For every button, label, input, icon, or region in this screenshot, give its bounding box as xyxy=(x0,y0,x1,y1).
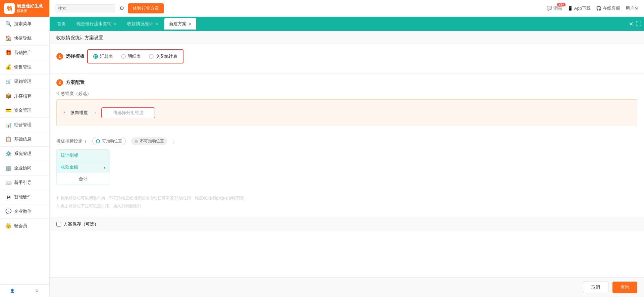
sidebar-item-enterprise[interactable]: 🏢 企业协同 xyxy=(0,161,49,176)
user-info[interactable]: 用户名 xyxy=(626,5,639,11)
non-draggable-dot xyxy=(135,140,138,143)
sidebar-item-sales[interactable]: 💰 销售管理 xyxy=(0,60,49,75)
sidebar-item-hardware[interactable]: 🖥 智能硬件 xyxy=(0,190,49,204)
sidebar-item-search[interactable]: 🔍 搜索菜单 xyxy=(0,17,49,31)
step1-section: 1 选择模板 汇总表 明细表 交叉统计 xyxy=(50,44,644,73)
save-row: 方案保存（可选） xyxy=(50,217,644,231)
step2-num: 2 xyxy=(56,79,63,86)
sidebar-icon-inventory: 📦 xyxy=(5,93,11,99)
sidebar-item-basic-info[interactable]: 📋 基础信息 xyxy=(0,132,49,147)
tab-close-all-icon[interactable]: ✕ xyxy=(629,21,633,27)
stats-label-row: 统计指标 xyxy=(57,150,110,161)
app-version: 标准版 xyxy=(17,9,43,13)
sidebar-label-capital: 资金管理 xyxy=(14,107,32,113)
step2-title: 方案配置 xyxy=(66,80,85,86)
sidebar-item-guide[interactable]: 📖 新手引导 xyxy=(0,176,49,190)
sidebar-icon-weixin: 💬 xyxy=(5,208,11,214)
radio-summary-circle xyxy=(93,54,98,59)
sidebar-footer-item-1[interactable]: 👤 xyxy=(0,287,25,294)
search-input[interactable] xyxy=(55,4,115,12)
tab-new-plan[interactable]: 新建方案✕ xyxy=(164,18,196,30)
radio-cross[interactable]: 交叉统计表 xyxy=(149,53,177,59)
tab-bank[interactable]: 现金银行流水查询✕ xyxy=(72,18,121,30)
top-header: ⚙ 体验行业方案 💬 消息 99+ 📱 App下载 🎧 在线客服 用户名 xyxy=(50,0,644,17)
tab-maximize-icon[interactable]: ⛶ xyxy=(636,21,641,27)
notification-badge: 99+ xyxy=(557,3,566,6)
draggable-label: 可拖动位置 xyxy=(102,138,122,144)
dim-select-button[interactable]: 请选择分组维度 xyxy=(101,107,155,118)
sidebar-item-inventory[interactable]: 📦 库存核算 xyxy=(0,89,49,103)
indicator-section: 模板指标设定（ 可拖动位置 不可拖动位置 ） 统计指标 收款金额 xyxy=(50,137,644,191)
sidebar-label-inventory: 库存核算 xyxy=(14,93,32,99)
col-header-row[interactable]: 收款金额 xyxy=(57,161,110,173)
user-name: 用户名 xyxy=(626,5,639,11)
sidebar-label-purchase: 采购管理 xyxy=(14,79,32,85)
radio-cross-label: 交叉统计表 xyxy=(156,53,177,59)
sidebar: 畅 畅捷通好生意 标准版 🔍 搜索菜单🏠 快捷导航🎁 营销推广💰 销售管理🛒 采… xyxy=(0,0,50,297)
sidebar-label-marketing: 营销推广 xyxy=(14,50,32,56)
app-logo: 畅 畅捷通好生意 标准版 xyxy=(0,0,49,17)
template-select-row: 汇总表 明细表 交叉统计表 xyxy=(87,49,183,63)
logo-icon: 畅 xyxy=(4,3,15,14)
tab-close-bank[interactable]: ✕ xyxy=(113,22,116,26)
sidebar-item-capital[interactable]: 💳 资金管理 xyxy=(0,103,49,118)
sidebar-label-sales: 销售管理 xyxy=(14,64,32,70)
sidebar-label-weixin: 企业微信 xyxy=(14,208,32,214)
tab-collection[interactable]: 收款情况统计✕ xyxy=(122,18,163,30)
sidebar-label-search: 搜索菜单 xyxy=(14,21,32,27)
sidebar-icon-hardware: 🖥 xyxy=(5,194,11,200)
notification-button[interactable]: 💬 消息 99+ xyxy=(547,5,562,11)
indicator-header: 模板指标设定（ 可拖动位置 不可拖动位置 ） xyxy=(56,137,637,145)
radio-detail[interactable]: 明细表 xyxy=(121,53,141,59)
col-chevron-icon xyxy=(104,165,106,170)
col-sub-cell: 合计 xyxy=(57,173,110,185)
sidebar-icon-basic-info: 📋 xyxy=(5,136,11,142)
trial-button[interactable]: 体验行业方案 xyxy=(128,3,164,13)
radio-detail-label: 明细表 xyxy=(128,53,141,59)
radio-summary[interactable]: 汇总表 xyxy=(93,53,113,59)
radio-cross-circle xyxy=(149,54,154,59)
cancel-button[interactable]: 取消 xyxy=(583,282,608,293)
sidebar-icon-purchase: 🛒 xyxy=(5,79,11,85)
sidebar-icon-system: ⚙️ xyxy=(5,151,11,157)
tab-close-new-plan[interactable]: ✕ xyxy=(189,22,192,26)
sidebar-item-quick-nav[interactable]: 🏠 快捷导航 xyxy=(0,31,49,46)
sidebar-label-member: 畅会员 xyxy=(14,223,27,229)
sidebar-icon-marketing: 🎁 xyxy=(5,50,11,56)
arrow-icon: → xyxy=(92,110,97,116)
sidebar-footer-item-2[interactable]: ⚙ xyxy=(25,287,50,294)
sidebar-item-marketing[interactable]: 🎁 营销推广 xyxy=(0,46,49,60)
sidebar-item-system[interactable]: ⚙️ 系统管理 xyxy=(0,147,49,161)
sidebar-icon-capital: 💳 xyxy=(5,107,11,113)
page-title: 收款情况统计方案设置 xyxy=(50,31,644,44)
draggable-badge: 可拖动位置 xyxy=(92,137,126,145)
step1-num: 1 xyxy=(56,53,63,60)
gear-icon[interactable]: ⚙ xyxy=(119,5,124,11)
footer-bar: 取消 查询 xyxy=(50,277,644,297)
download-button[interactable]: 📱 App下载 xyxy=(568,5,591,11)
service-button[interactable]: 🎧 在线客服 xyxy=(596,5,620,11)
tab-home[interactable]: 首页 xyxy=(52,18,70,30)
sidebar-item-purchase[interactable]: 🛒 采购管理 xyxy=(0,75,49,89)
query-button[interactable]: 查询 xyxy=(612,282,637,293)
save-checkbox[interactable] xyxy=(56,222,61,227)
tab-bar: 首页现金银行流水查询✕收款情况统计✕新建方案✕✕ ⛶ xyxy=(50,17,644,31)
app-name: 畅捷通好生意 xyxy=(17,3,43,9)
sidebar-label-system: 系统管理 xyxy=(14,151,32,157)
sidebar-icon-enterprise: 🏢 xyxy=(5,165,11,171)
sidebar-label-management: 经营管理 xyxy=(14,122,32,128)
non-draggable-badge: 不可拖动位置 xyxy=(131,137,167,145)
col-header: 收款金额 xyxy=(61,164,78,170)
col-sub: 合计 xyxy=(79,176,88,182)
sidebar-label-hardware: 智能硬件 xyxy=(14,194,32,200)
step2-section: 2 方案配置 汇总维度（必选） * 纵向维度 → 请选择分组维度 xyxy=(50,74,644,137)
headset-icon: 🎧 xyxy=(596,6,601,11)
sidebar-item-weixin[interactable]: 💬 企业微信 xyxy=(0,204,49,219)
sidebar-item-member[interactable]: 👑 畅会员 xyxy=(0,219,49,233)
content-area: 收款情况统计方案设置 1 选择模板 汇总表 明细表 xyxy=(50,31,644,277)
tab-label-new-plan: 新建方案 xyxy=(169,21,186,27)
tab-close-collection[interactable]: ✕ xyxy=(155,22,158,26)
sidebar-icon-search: 🔍 xyxy=(5,21,11,27)
sidebar-item-management[interactable]: 📊 经营管理 xyxy=(0,118,49,132)
step1-title: 选择模板 xyxy=(66,53,85,59)
